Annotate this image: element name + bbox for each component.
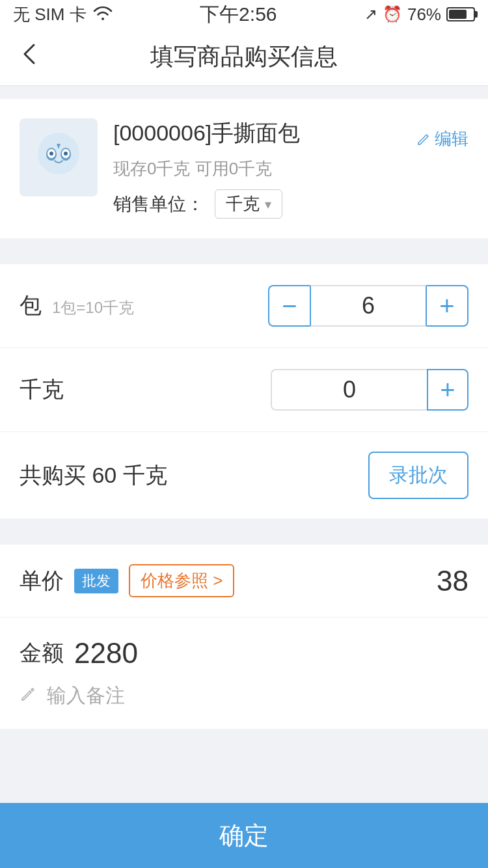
nav-bar: 填写商品购买信息 bbox=[0, 29, 488, 86]
status-right: ↗ ⏰ 76% bbox=[364, 5, 475, 25]
bao-sublabel: 1包=10千克 bbox=[52, 297, 134, 318]
price-value: 38 bbox=[437, 565, 468, 597]
bao-quantity-input[interactable] bbox=[310, 285, 427, 327]
unit-label: 销售单位： bbox=[113, 192, 204, 217]
separator-1 bbox=[0, 238, 488, 251]
product-info: [0000006]手撕面包 现存0千克 可用0千克 销售单位： 千克 ▾ bbox=[113, 118, 468, 219]
price-tag: 批发 bbox=[74, 569, 118, 593]
quantity-section: 包 1包=10千克 − + 千克 + bbox=[0, 264, 488, 431]
unit-value: 千克 bbox=[226, 193, 260, 215]
note-placeholder: 输入备注 bbox=[47, 683, 125, 709]
edit-button[interactable]: 编辑 bbox=[416, 128, 468, 150]
bao-label-group: 包 1包=10千克 bbox=[20, 291, 268, 321]
bao-plus-button[interactable]: + bbox=[427, 285, 468, 327]
svg-point-6 bbox=[64, 152, 68, 156]
svg-point-5 bbox=[49, 152, 53, 156]
kg-quantity-row: 千克 + bbox=[0, 348, 488, 431]
back-button[interactable] bbox=[20, 40, 38, 74]
status-left: 无 SIM 卡 bbox=[13, 3, 113, 26]
status-bar: 无 SIM 卡 下午2:56 ↗ ⏰ 76% bbox=[0, 0, 488, 29]
alarm-icon: ⏰ bbox=[383, 5, 402, 23]
unit-selector[interactable]: 千克 ▾ bbox=[215, 189, 282, 219]
carrier-text: 无 SIM 卡 bbox=[13, 3, 87, 26]
chevron-down-icon: ▾ bbox=[265, 197, 271, 212]
product-logo bbox=[36, 131, 81, 184]
kg-plus-button[interactable]: + bbox=[427, 369, 468, 411]
svg-point-0 bbox=[38, 133, 79, 174]
product-stock: 现存0千克 可用0千克 bbox=[113, 157, 468, 180]
product-unit: 销售单位： 千克 ▾ bbox=[113, 189, 468, 219]
bao-label: 包 bbox=[20, 291, 42, 321]
price-left: 单价 批发 价格参照 > bbox=[20, 564, 234, 597]
wifi-icon bbox=[93, 5, 113, 25]
total-row: 共购买 60 千克 录批次 bbox=[0, 431, 488, 519]
pencil-icon bbox=[20, 685, 38, 707]
bao-quantity-control: − + bbox=[268, 285, 468, 327]
amount-value: 2280 bbox=[74, 637, 138, 670]
bao-quantity-row: 包 1包=10千克 − + bbox=[0, 264, 488, 348]
note-row[interactable]: 输入备注 bbox=[20, 683, 468, 709]
product-section: [0000006]手撕面包 现存0千克 可用0千克 销售单位： 千克 ▾ 编辑 bbox=[0, 99, 488, 238]
amount-label: 金额 bbox=[20, 638, 64, 668]
kg-label-group: 千克 bbox=[20, 375, 271, 405]
battery-percent: 76% bbox=[407, 5, 441, 25]
price-label: 单价 bbox=[20, 566, 64, 596]
kg-quantity-control: + bbox=[271, 369, 468, 411]
kg-quantity-input[interactable] bbox=[271, 369, 427, 411]
price-section: 单价 批发 价格参照 > 38 bbox=[0, 545, 488, 617]
total-text: 共购买 60 千克 bbox=[20, 461, 167, 491]
batch-button[interactable]: 录批次 bbox=[368, 452, 468, 499]
location-icon: ↗ bbox=[364, 5, 377, 23]
product-name: [0000006]手撕面包 bbox=[113, 118, 468, 148]
status-time: 下午2:56 bbox=[200, 1, 277, 28]
edit-label: 编辑 bbox=[435, 128, 468, 150]
kg-label: 千克 bbox=[20, 375, 64, 405]
page-title: 填写商品购买信息 bbox=[150, 41, 338, 73]
confirm-button[interactable]: 确定 bbox=[0, 803, 488, 868]
bao-minus-button[interactable]: − bbox=[268, 285, 310, 327]
product-image bbox=[20, 118, 98, 197]
amount-section: 金额 2280 输入备注 bbox=[0, 617, 488, 729]
battery-icon bbox=[446, 7, 475, 21]
price-ref-button[interactable]: 价格参照 > bbox=[129, 564, 234, 597]
amount-row: 金额 2280 bbox=[20, 637, 468, 670]
separator-2 bbox=[0, 519, 488, 532]
